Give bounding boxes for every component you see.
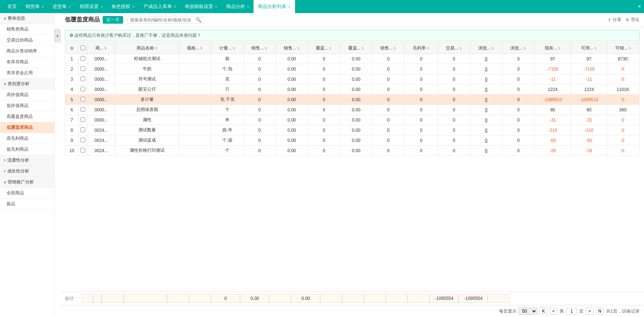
col-sales-qty[interactable]: 销售...⇅ — [243, 43, 275, 54]
close-icon[interactable]: × — [288, 4, 290, 9]
nav-tab-templates[interactable]: 单据模板设置 × — [180, 0, 221, 13]
sidebar-item-high-value[interactable]: 高价值商品 — [0, 90, 54, 100]
sidebar-item-high-margin[interactable]: 高毛利商品 — [0, 133, 54, 144]
share-button[interactable]: ⇧ 分享 — [608, 17, 621, 23]
nav-tab-sales[interactable]: 销货单 × — [21, 0, 48, 13]
row-browse1[interactable]: 0 — [470, 105, 502, 115]
col-sales-amt[interactable]: 销售...⇅ — [276, 43, 308, 54]
row-code: 0024... — [87, 125, 115, 135]
sidebar-item-traded-goods[interactable]: 交易过的商品 — [0, 35, 54, 46]
row-checkbox[interactable] — [80, 148, 85, 152]
sidebar-item-low-margin[interactable]: 低毛利商品 — [0, 144, 54, 155]
nav-tab-production[interactable]: 产成品入库单 × — [139, 0, 180, 13]
nav-tab-permissions[interactable]: 权限设置 × — [75, 0, 107, 13]
row-browse1[interactable]: 0 — [470, 74, 502, 84]
select-all-checkbox[interactable] — [80, 45, 85, 50]
close-icon[interactable]: × — [174, 4, 176, 9]
col-code[interactable]: 商...⇅ — [87, 43, 115, 54]
settings-icon[interactable]: ⚙ — [70, 46, 74, 51]
close-icon[interactable]: × — [68, 4, 71, 9]
col-sales3[interactable]: 销售...⇅ — [372, 43, 404, 54]
search-icon[interactable]: 🔍 — [196, 17, 201, 23]
sidebar-section-growth[interactable]: > 成长性分析 — [0, 166, 54, 177]
row-sales3: 0 — [372, 105, 404, 115]
col-gross-margin[interactable]: 毛利率⇅ — [404, 43, 438, 54]
row-checkbox[interactable] — [80, 87, 85, 91]
col-browse1[interactable]: 浏览...⇅ — [470, 43, 502, 54]
row-checkbox[interactable] — [80, 107, 85, 112]
total-current-stock: -1095554 — [429, 294, 459, 303]
page-label: 第 — [559, 308, 564, 314]
sidebar-section-category[interactable]: ∨ 类别度分析 — [0, 79, 54, 90]
row-browse1[interactable]: 0 — [470, 54, 502, 64]
row-browse1[interactable]: 0 — [470, 84, 502, 95]
export-icon: ↻ — [626, 17, 629, 23]
row-checkbox[interactable] — [80, 138, 85, 142]
row-cover2: 0.00 — [340, 74, 372, 84]
close-icon[interactable]: × — [247, 4, 249, 9]
nav-tab-analysis-list[interactable]: 商品分析列表 × — [254, 0, 295, 13]
row-cover1: 0 — [308, 125, 340, 135]
next-page-button[interactable]: > — [586, 308, 593, 315]
table-row: 8 0024... 测试数量 袋,件 0 0.00 0 0.00 0 0 0 0… — [65, 125, 640, 135]
row-checkbox[interactable] — [80, 117, 85, 122]
sidebar-item-new-goods[interactable]: 新品 — [0, 199, 54, 210]
row-cover2: 0.00 — [340, 135, 372, 146]
col-unit[interactable]: 计量...⇅ — [211, 43, 243, 54]
nav-tab-purchase[interactable]: 进货单 × — [48, 0, 75, 13]
col-spec[interactable]: 规格...⇅ — [179, 43, 211, 54]
sidebar-item-high-coverage[interactable]: 高覆盖度商品 — [0, 111, 54, 122]
sidebar-item-sales-goods[interactable]: 销售类商品 — [0, 24, 54, 35]
close-icon[interactable]: × — [42, 4, 44, 9]
row-name: 测试数量 — [115, 125, 179, 135]
sidebar-item-low-value[interactable]: 低价值商品 — [0, 100, 54, 111]
col-settings[interactable]: ⚙ — [65, 43, 79, 54]
last-page-button[interactable]: N — [596, 308, 604, 315]
sidebar-collapse-button[interactable]: « — [55, 29, 60, 42]
sidebar-item-stock-goods[interactable]: 有库存商品 — [0, 57, 54, 68]
page-input[interactable] — [566, 308, 577, 314]
col-name[interactable]: 商品名称⇅ — [115, 43, 179, 54]
sidebar-item-low-coverage[interactable]: 低覆盖度商品 — [0, 122, 54, 133]
export-button[interactable]: ↻ 导出 — [626, 17, 640, 23]
sidebar-section-overall[interactable]: ∨ 整体信息 — [0, 13, 54, 24]
row-browse1[interactable]: 0 — [470, 146, 502, 156]
row-checkbox[interactable] — [80, 127, 85, 132]
close-all-button[interactable]: × — [638, 4, 641, 9]
row-sellable: 0: — [607, 64, 640, 74]
row-browse1[interactable]: 0 — [470, 64, 502, 74]
close-icon[interactable]: × — [101, 4, 103, 9]
nav-tab-home[interactable]: 首页 — [3, 0, 21, 13]
sidebar-item-category-rate[interactable]: 商品分类动销率 — [0, 46, 54, 57]
prev-page-button[interactable]: < — [550, 308, 557, 315]
row-browse1[interactable]: 0 — [470, 135, 502, 146]
sidebar-item-stock-funds[interactable]: 库存资金占用 — [0, 68, 54, 79]
col-cover2[interactable]: 覆盖...⇅ — [340, 43, 372, 54]
first-page-button[interactable]: K — [539, 308, 547, 315]
sidebar-item-all-goods[interactable]: 全部商品 — [0, 188, 54, 199]
row-browse1[interactable]: 0 — [470, 125, 502, 135]
nav-tab-roles[interactable]: 角色授权 × — [107, 0, 139, 13]
col-sellable[interactable]: 可销...⇅ — [607, 43, 640, 54]
col-current-stock[interactable]: 现有...⇅ — [535, 43, 571, 54]
row-browse1[interactable]: 0 — [470, 115, 502, 125]
close-icon[interactable]: × — [215, 4, 217, 9]
nav-tab-analysis[interactable]: 商品分析 × — [222, 0, 254, 13]
row-browse1[interactable]: 0 — [470, 95, 502, 105]
row-browse2: 0 — [502, 105, 534, 115]
col-trade[interactable]: 交易...⇅ — [438, 43, 470, 54]
col-cover1[interactable]: 覆盖...⇅ — [308, 43, 340, 54]
col-available[interactable]: 可用...⇅ — [571, 43, 607, 54]
page-size-select[interactable]: 50 20 100 — [519, 308, 537, 315]
sidebar-section-marketing[interactable]: ∨ 营销推广分析 — [0, 177, 54, 188]
row-checkbox[interactable] — [80, 97, 85, 102]
col-browse2[interactable]: 浏览...⇅ — [502, 43, 534, 54]
row-checkbox[interactable] — [80, 56, 85, 61]
time-filter-button[interactable]: 近一月 — [103, 16, 123, 24]
row-checkbox[interactable] — [80, 76, 85, 81]
sidebar-section-flow[interactable]: > 流通性分析 — [0, 155, 54, 166]
close-icon[interactable]: × — [132, 4, 134, 9]
row-no: 7 — [65, 115, 79, 125]
search-input[interactable] — [130, 17, 196, 23]
row-checkbox[interactable] — [80, 66, 85, 71]
